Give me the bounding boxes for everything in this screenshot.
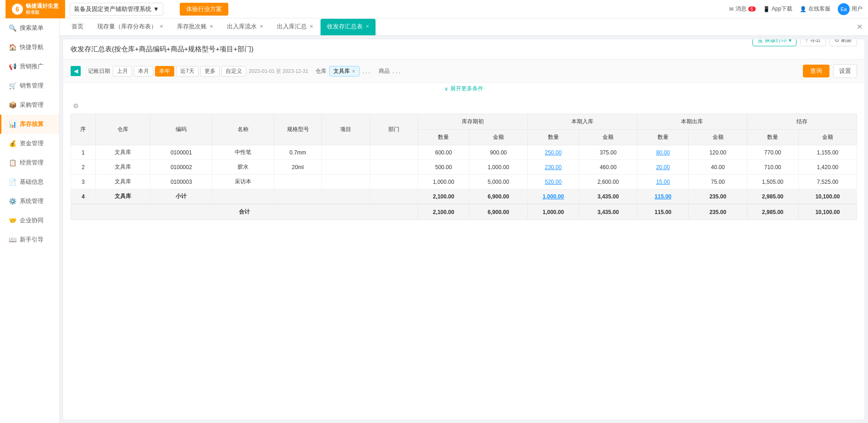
row3-in-amount: 2,600.00 bbox=[579, 175, 637, 189]
row2-code: 0100002 bbox=[150, 160, 212, 175]
settings-button[interactable]: 设置 bbox=[833, 64, 857, 78]
row2-warehouse: 文具库 bbox=[95, 160, 150, 175]
row3-out-qty-link[interactable]: 15.00 bbox=[656, 179, 670, 185]
row3-balance-amount: 7,525.00 bbox=[798, 175, 857, 189]
sidebar-item-marketing[interactable]: 📢 营销推广 bbox=[0, 57, 59, 76]
filter-collapse-button[interactable]: ◀ bbox=[71, 66, 81, 76]
top-bar: 6 畅捷通好生意 标准版 装备及固定资产辅助管理系统 ▼ 体验行业方案 ✉ 消息… bbox=[0, 0, 868, 18]
col-out-qty-header: 数量 bbox=[637, 130, 689, 145]
date-btn-more[interactable]: 更多 bbox=[200, 66, 220, 77]
subtotal-out-qty-link[interactable]: 115.00 bbox=[655, 193, 672, 200]
row2-in-qty[interactable]: 230.00 bbox=[528, 160, 579, 175]
row3-balance-qty: 1,505.00 bbox=[747, 175, 798, 189]
subtotal-in-amount: 3,435.00 bbox=[579, 189, 637, 204]
chevron-down-icon: ▾ bbox=[789, 39, 791, 44]
expand-more-row[interactable]: ∨ 展开更多条件 bbox=[63, 83, 864, 94]
date-btn-7days[interactable]: 近7天 bbox=[176, 66, 199, 77]
col-spec-header: 规格型号 bbox=[274, 114, 322, 145]
row2-out-qty-link[interactable]: 20.00 bbox=[656, 164, 670, 170]
total-out-amount: 235.00 bbox=[689, 204, 747, 220]
content-area: 首页 现存量（库存分布表） ✕ 库存批次账 ✕ 出入库流水 ✕ 出入库汇总 ✕ … bbox=[60, 18, 868, 423]
tab-stock-dist[interactable]: 现存量（库存分布表） ✕ bbox=[91, 19, 170, 35]
table-settings-icon[interactable]: ⚙ bbox=[71, 101, 81, 111]
total-in-amount: 3,435.00 bbox=[579, 204, 637, 220]
row3-in-qty[interactable]: 520.00 bbox=[528, 175, 579, 189]
sidebar-item-operations[interactable]: 📋 经营管理 bbox=[0, 153, 59, 172]
row1-out-qty-link[interactable]: 80.00 bbox=[656, 149, 670, 156]
user-label: 用户 bbox=[851, 5, 862, 13]
main-layout: 🔍 搜索菜单 🏠 快捷导航 📢 营销推广 🛒 销售管理 📦 采购管理 📊 库存核… bbox=[0, 18, 868, 423]
row3-out-qty[interactable]: 15.00 bbox=[637, 175, 689, 189]
date-buttons: 上月 本月 本年 近7天 更多 自定义 bbox=[113, 66, 246, 77]
total-label: 合计 bbox=[71, 204, 418, 220]
col-opening-header: 库存期初 bbox=[418, 114, 527, 130]
table-settings-row: ⚙ bbox=[71, 98, 857, 114]
system-selector[interactable]: 装备及固定资产辅助管理系统 ▼ bbox=[70, 3, 163, 16]
tab-inout-flow[interactable]: 出入库流水 ✕ bbox=[221, 19, 270, 35]
sidebar-label-guide: 新手引导 bbox=[20, 236, 44, 244]
row2-num: 2 bbox=[71, 160, 96, 175]
user-item[interactable]: Ea 用户 bbox=[838, 3, 862, 15]
col-opening-amount-header: 金额 bbox=[469, 130, 527, 145]
row1-opening-qty: 600.00 bbox=[418, 145, 469, 160]
tab-collect-summary[interactable]: 收发存汇总表 ✕ bbox=[321, 19, 376, 35]
warehouse-tag-close[interactable]: ✕ bbox=[352, 69, 355, 74]
sidebar-item-guide[interactable]: 📖 新手引导 bbox=[0, 230, 59, 249]
row2-in-qty-link[interactable]: 230.00 bbox=[545, 164, 562, 170]
tab-batch[interactable]: 库存批次账 ✕ bbox=[171, 19, 220, 35]
row1-out-qty[interactable]: 80.00 bbox=[637, 145, 689, 160]
row1-in-qty-link[interactable]: 250.00 bbox=[545, 149, 562, 156]
online-service-label: 在线客服 bbox=[808, 5, 830, 13]
date-btn-this-month[interactable]: 本月 bbox=[134, 66, 153, 77]
print-button[interactable]: 🖨 换版打印 ▾ bbox=[752, 39, 796, 46]
tab-collect-summary-close[interactable]: ✕ bbox=[365, 24, 369, 29]
subtotal-num: 4 bbox=[71, 189, 96, 204]
tab-inout-summary-close[interactable]: ✕ bbox=[310, 24, 313, 29]
tab-home[interactable]: 首页 bbox=[65, 19, 90, 35]
col-in-qty-header: 数量 bbox=[528, 130, 579, 145]
export-button[interactable]: ↑ 导出 bbox=[800, 39, 826, 46]
search-icon: 🔍 bbox=[9, 24, 16, 32]
sidebar-item-finance[interactable]: 💰 资金管理 bbox=[0, 134, 59, 153]
print-icon: 🖨 bbox=[757, 39, 763, 44]
tab-inout-flow-close[interactable]: ✕ bbox=[260, 24, 263, 29]
product-filter-dots[interactable]: ... bbox=[393, 67, 401, 75]
sidebar-item-sales[interactable]: 🛒 销售管理 bbox=[0, 76, 59, 95]
experience-button[interactable]: 体验行业方案 bbox=[180, 3, 228, 16]
message-item[interactable]: ✉ 消息 6 bbox=[729, 5, 756, 13]
total-balance-amount: 10,100.00 bbox=[798, 204, 857, 220]
row1-project bbox=[322, 145, 370, 160]
warehouse-filter-tag[interactable]: 文具库 ✕ bbox=[329, 66, 359, 77]
subtotal-in-qty: 1,000.00 bbox=[528, 189, 579, 204]
sidebar-item-system[interactable]: ⚙️ 系统管理 bbox=[0, 192, 59, 211]
app-download-item[interactable]: 📱 App下载 bbox=[763, 5, 792, 13]
sidebar-item-inventory[interactable]: 📊 库存核算 bbox=[0, 115, 59, 134]
date-btn-custom[interactable]: 自定义 bbox=[221, 66, 246, 77]
warehouse-filter-dots[interactable]: ... bbox=[362, 67, 371, 75]
row3-in-qty-link[interactable]: 520.00 bbox=[545, 179, 562, 185]
sidebar-item-base-info[interactable]: 📄 基础信息 bbox=[0, 172, 59, 192]
sidebar-label-inventory: 库存核算 bbox=[20, 120, 44, 128]
tab-inout-summary[interactable]: 出入库汇总 ✕ bbox=[271, 19, 320, 35]
row1-out-amount: 120.00 bbox=[689, 145, 747, 160]
sidebar-item-purchase[interactable]: 📦 采购管理 bbox=[0, 95, 59, 115]
sidebar-item-enterprise[interactable]: 🤝 企业协同 bbox=[0, 211, 59, 230]
sidebar-item-search[interactable]: 🔍 搜索菜单 bbox=[0, 18, 59, 38]
tab-stock-dist-close[interactable]: ✕ bbox=[160, 24, 163, 29]
date-btn-last-month[interactable]: 上月 bbox=[113, 66, 132, 77]
system-icon: ⚙️ bbox=[9, 198, 16, 205]
subtotal-in-qty-link[interactable]: 1,000.00 bbox=[542, 193, 564, 200]
tab-stock-dist-label: 现存量（库存分布表） bbox=[97, 22, 157, 31]
row1-in-qty[interactable]: 250.00 bbox=[528, 145, 579, 160]
tab-bar: 首页 现存量（库存分布表） ✕ 库存批次账 ✕ 出入库流水 ✕ 出入库汇总 ✕ … bbox=[60, 18, 868, 36]
online-service-item[interactable]: 👤 在线客服 bbox=[800, 5, 830, 13]
refresh-button[interactable]: ↻ 刷新 bbox=[829, 39, 857, 46]
tab-bar-close-btn[interactable]: ✕ bbox=[857, 22, 862, 31]
row1-num: 1 bbox=[71, 145, 96, 160]
tab-batch-close[interactable]: ✕ bbox=[210, 24, 213, 29]
query-button[interactable]: 查询 bbox=[803, 65, 829, 77]
row2-balance-qty: 710.00 bbox=[747, 160, 798, 175]
sidebar-item-quick-nav[interactable]: 🏠 快捷导航 bbox=[0, 38, 59, 57]
row2-out-qty[interactable]: 20.00 bbox=[637, 160, 689, 175]
date-btn-this-year[interactable]: 本年 bbox=[155, 66, 174, 77]
